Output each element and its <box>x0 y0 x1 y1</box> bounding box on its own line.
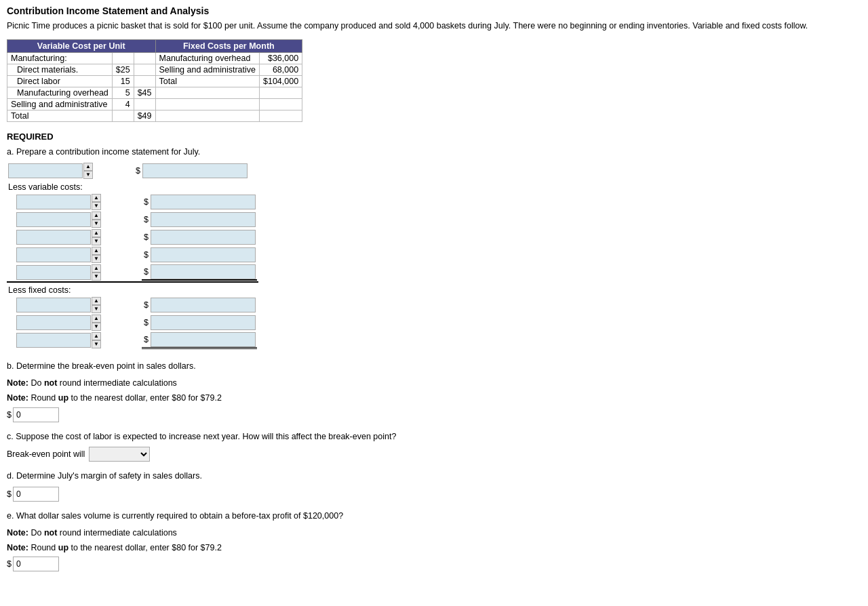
vc4-spinner[interactable]: ▲ ▼ <box>92 247 101 263</box>
spinner-up[interactable]: ▲ <box>92 315 101 323</box>
vc1-label-input[interactable] <box>16 195 91 209</box>
cost-table: Variable Cost per Unit Fixed Costs per M… <box>7 39 302 122</box>
less-variable-costs-label: Less variable costs: <box>7 180 258 193</box>
table-row: Total $49 <box>7 110 302 121</box>
vc4-label-input[interactable] <box>16 247 91 262</box>
table-row: Direct labor 15 Total $104,000 <box>7 75 302 87</box>
vc3-value-input[interactable] <box>151 230 256 245</box>
spinner-down[interactable]: ▼ <box>92 323 101 331</box>
var-label: Manufacturing overhead <box>7 87 113 98</box>
vc4-value-input[interactable] <box>151 247 256 262</box>
vc1-value-input[interactable] <box>151 195 256 209</box>
revenue-value-input[interactable] <box>142 163 248 178</box>
spinner-up[interactable]: ▲ <box>92 297 101 305</box>
variable-cost-subtotal-row: ▲ ▼ $ <box>7 264 258 282</box>
vc-row-3-cell: ▲ ▼ $ <box>7 228 258 246</box>
less-fixed-costs-row: Less fixed costs: <box>7 282 258 296</box>
fc1-label-input[interactable] <box>16 298 91 312</box>
var-val1 <box>112 52 134 64</box>
var-label: Direct labor <box>7 75 113 87</box>
dollar-sign: $ <box>142 300 151 310</box>
note2-bold: up <box>58 543 68 552</box>
revenue-spinner[interactable]: ▲ ▼ <box>83 163 93 179</box>
break-even-select[interactable]: increase decrease not change <box>89 447 150 462</box>
spinner-up[interactable]: ▲ <box>92 332 101 340</box>
fc2-spinner[interactable]: ▲ ▼ <box>92 315 101 331</box>
var-label: Manufacturing: <box>7 52 113 64</box>
part-b-answer-input[interactable] <box>13 407 59 422</box>
spinner-up[interactable]: ▲ <box>92 229 101 237</box>
part-a-label: a. Prepare a contribution income stateme… <box>7 146 861 159</box>
part-d-answer-input[interactable] <box>13 487 59 502</box>
vc1-spinner[interactable]: ▲ ▼ <box>92 194 101 210</box>
part-b-input-row: $ <box>7 407 861 422</box>
vc2-spinner[interactable]: ▲ ▼ <box>92 211 101 228</box>
part-e-answer-input[interactable] <box>13 557 59 571</box>
net-income-value-input[interactable] <box>151 332 256 347</box>
fixed-label <box>155 110 259 121</box>
part-e-input-row: $ <box>7 557 861 571</box>
spinner-up[interactable]: ▲ <box>92 264 101 272</box>
page-title: Contribution Income Statement and Analys… <box>7 5 861 16</box>
contrib-statement-form: ▲ ▼ $ Less variable costs: <box>7 162 258 349</box>
table-row: Selling and administrative 4 <box>7 98 302 110</box>
spinner-up[interactable]: ▲ <box>92 194 101 202</box>
vc2-value-input[interactable] <box>151 212 256 227</box>
revenue-dropdown-cell: ▲ ▼ $ <box>7 162 258 180</box>
var-val1: $25 <box>112 64 134 75</box>
note1-text: Do <box>31 378 43 388</box>
vc2-label-input[interactable] <box>16 212 91 227</box>
fc2-label-input[interactable] <box>16 315 91 330</box>
spinner-down[interactable]: ▼ <box>92 305 101 313</box>
fixed-cost-row-1: ▲ ▼ $ <box>7 296 258 314</box>
part-c-break-even-row: Break-even point will increase decrease … <box>7 447 861 462</box>
part-e-label: e. What dollar sales volume is currently… <box>7 510 861 523</box>
dollar-sign: $ <box>142 335 151 344</box>
revenue-label-input[interactable] <box>8 163 83 178</box>
variable-cost-row-4: ▲ ▼ $ <box>7 246 258 264</box>
var-val2: $45 <box>134 87 155 98</box>
vc-subtotal-label-input[interactable] <box>16 265 91 280</box>
fc2-value-input[interactable] <box>151 315 256 330</box>
part-e-dollar-prefix: $ <box>7 559 12 569</box>
var-val2 <box>134 75 155 87</box>
vc3-spinner[interactable]: ▲ ▼ <box>92 229 101 245</box>
fc1-spinner[interactable]: ▲ ▼ <box>92 297 101 313</box>
vc-subtotal-spinner[interactable]: ▲ ▼ <box>92 264 101 281</box>
part-b-note1: Note: Do not round intermediate calculat… <box>7 377 861 390</box>
table-row: Manufacturing: Manufacturing overhead $3… <box>7 52 302 64</box>
spinner-up[interactable]: ▲ <box>92 211 101 220</box>
net-income-cell: ▲ ▼ $ <box>7 331 258 349</box>
vc3-label-input[interactable] <box>16 230 91 245</box>
spinner-down[interactable]: ▼ <box>83 171 93 179</box>
dollar-sign: $ <box>142 267 151 277</box>
spinner-up[interactable]: ▲ <box>83 163 93 171</box>
vc-subtotal-value-input[interactable] <box>151 264 256 279</box>
table-row: Manufacturing overhead 5 $45 <box>7 87 302 98</box>
spinner-down[interactable]: ▼ <box>92 340 101 348</box>
var-val2 <box>134 52 155 64</box>
spinner-down[interactable]: ▼ <box>92 220 101 228</box>
part-e-note1: Note: Do not round intermediate calculat… <box>7 527 861 540</box>
fixed-val <box>259 98 302 110</box>
spinner-up[interactable]: ▲ <box>92 247 101 255</box>
net-income-label-input[interactable] <box>16 333 91 348</box>
spinner-down[interactable]: ▼ <box>92 237 101 245</box>
note1-suffix: round intermediate calculations <box>60 378 177 388</box>
spinner-down[interactable]: ▼ <box>92 272 101 281</box>
spinner-down[interactable]: ▼ <box>92 255 101 263</box>
dollar-sign: $ <box>142 233 151 242</box>
dollar-sign: $ <box>142 250 151 260</box>
spinner-down[interactable]: ▼ <box>92 202 101 210</box>
fixed-label: Selling and administrative <box>155 64 259 75</box>
fc-row-2-cell: ▲ ▼ $ <box>7 314 258 331</box>
variable-cost-row-3: ▲ ▼ $ <box>7 228 258 246</box>
dollar-sign: $ <box>134 166 142 176</box>
var-val1: 5 <box>112 87 134 98</box>
fc1-value-input[interactable] <box>151 298 256 312</box>
var-val2 <box>134 98 155 110</box>
note2-text: Round <box>31 393 58 403</box>
vc-row-2-cell: ▲ ▼ $ <box>7 211 258 228</box>
net-income-spinner[interactable]: ▲ ▼ <box>92 332 101 348</box>
col1-header: Variable Cost per Unit <box>7 39 156 52</box>
